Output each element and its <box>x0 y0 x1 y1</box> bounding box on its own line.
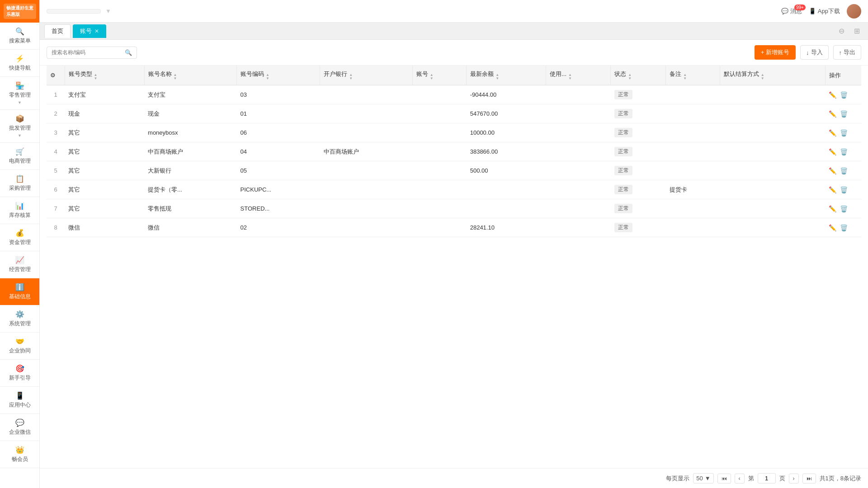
col-usage[interactable]: 使用...▲▼ <box>546 66 611 85</box>
table-row: 6 其它 提货卡（零... PICKUPC... 正常 提货卡 ✏️ 🗑️ <box>47 180 861 199</box>
message-button[interactable]: 💬 消息 99+ <box>781 7 802 15</box>
sidebar-item-inventory[interactable]: 📊 库存核算 <box>0 197 39 224</box>
row-account-type: 其它 <box>65 161 144 180</box>
table-row: 2 现金 现金 01 547670.00 正常 ✏️ 🗑️ <box>47 104 861 123</box>
col-latest-balance[interactable]: 最新余额▲▼ <box>467 66 546 85</box>
sidebar-item-enterprise-agreement[interactable]: 🤝 企业协同 <box>0 333 39 360</box>
delete-icon[interactable]: 🗑️ <box>840 91 848 99</box>
finance-icon: 💰 <box>15 229 24 237</box>
last-page-button[interactable]: ⏭ <box>802 474 816 483</box>
sidebar-item-basic-info[interactable]: ℹ️ 基础信息 <box>0 278 39 305</box>
page-size-select[interactable]: 50 ▼ <box>693 473 713 483</box>
tab-accounts-close[interactable]: ✕ <box>94 28 99 34</box>
table-row: 7 其它 零售抵现 STORED... 正常 ✏️ 🗑️ <box>47 199 861 218</box>
sidebar-item-retail-mgmt[interactable]: 🏪 零售管理 ▼ <box>0 77 39 110</box>
sort-icon-account-name: ▲▼ <box>174 73 177 80</box>
sidebar-item-purchase-mgmt[interactable]: 📋 采购管理 <box>0 170 39 197</box>
app-download-label: App下载 <box>818 7 840 15</box>
col-account-code[interactable]: 账号编码▲▼ <box>237 66 320 85</box>
status-badge: 正常 <box>614 223 632 232</box>
edit-icon[interactable]: ✏️ <box>829 110 836 117</box>
row-actions: ✏️ 🗑️ <box>825 142 861 161</box>
sidebar-item-vip-member[interactable]: 👑 畅会员 <box>0 441 39 468</box>
row-account-code: 06 <box>237 123 320 142</box>
user-avatar[interactable] <box>847 4 861 19</box>
delete-icon[interactable]: 🗑️ <box>840 205 848 212</box>
sidebar: 畅捷通好生意 乐惠版 🔍 搜索菜单 ⚡ 快捷导航 🏪 零售管理 ▼ 📦 批发管理… <box>0 0 40 488</box>
row-remarks <box>666 218 720 237</box>
col-settings[interactable]: ⚙ <box>47 66 65 85</box>
sort-icon-usage: ▲▼ <box>568 73 572 80</box>
action-icons: ✏️ 🗑️ <box>829 205 858 212</box>
app-center-icon: 📱 <box>15 391 24 400</box>
prev-page-button[interactable]: ‹ <box>735 474 745 483</box>
sidebar-item-search-menu[interactable]: 🔍 搜索菜单 <box>0 23 39 50</box>
row-account-name: 零售抵现 <box>144 199 237 218</box>
table-row: 3 其它 moneybosx 06 10000.00 正常 ✏️ 🗑️ <box>47 123 861 142</box>
edit-icon[interactable]: ✏️ <box>829 129 836 136</box>
col-account-type[interactable]: 账号类型▲▼ <box>65 66 144 85</box>
sidebar-item-enterprise-wechat[interactable]: 💬 企业微信 <box>0 414 39 441</box>
enterprise-agreement-icon: 🤝 <box>15 337 24 346</box>
sidebar-item-app-center[interactable]: 📱 应用中心 <box>0 387 39 414</box>
row-account-number <box>412 85 466 104</box>
delete-icon[interactable]: 🗑️ <box>840 148 848 155</box>
col-bank[interactable]: 开户银行▲▼ <box>320 66 413 85</box>
col-remarks[interactable]: 备注▲▼ <box>666 66 720 85</box>
col-status[interactable]: 状态▲▼ <box>611 66 666 85</box>
edit-icon[interactable]: ✏️ <box>829 91 836 99</box>
edit-icon[interactable]: ✏️ <box>829 224 836 231</box>
sidebar-item-beginner-guide[interactable]: 🎯 新手引导 <box>0 360 39 387</box>
top-dropdown-icon[interactable]: ▼ <box>105 8 111 14</box>
col-default-settlement[interactable]: 默认结算方式▲▼ <box>720 66 825 85</box>
row-bank <box>320 85 413 104</box>
delete-icon[interactable]: 🗑️ <box>840 224 848 231</box>
inventory-icon: 📊 <box>15 202 24 210</box>
row-status: 正常 <box>611 123 666 142</box>
sidebar-item-wholesale-mgmt[interactable]: 📦 批发管理 ▼ <box>0 110 39 143</box>
sidebar-item-enterprise-agreement-label: 企业协同 <box>9 347 31 355</box>
edit-icon[interactable]: ✏️ <box>829 167 836 174</box>
row-status: 正常 <box>611 180 666 199</box>
app-download-button[interactable]: 📱 App下载 <box>809 7 840 15</box>
delete-icon[interactable]: 🗑️ <box>840 167 848 174</box>
row-account-type: 支付宝 <box>65 85 144 104</box>
sidebar-item-beginner-guide-label: 新手引导 <box>9 374 31 382</box>
import-button[interactable]: ↓ 导入 <box>800 45 829 60</box>
sidebar-item-quick-nav[interactable]: ⚡ 快捷导航 <box>0 50 39 77</box>
sidebar-item-finance-mgmt[interactable]: 💰 资金管理 <box>0 224 39 251</box>
tab-accounts[interactable]: 账号 ✕ <box>73 24 106 38</box>
sidebar-item-finance-label: 资金管理 <box>9 239 31 246</box>
page-size-value: 50 <box>696 475 703 482</box>
col-account-number[interactable]: 账号▲▼ <box>412 66 466 85</box>
delete-icon[interactable]: 🗑️ <box>840 129 848 136</box>
row-latest-balance <box>467 199 546 218</box>
window-maximize-button[interactable]: ⊞ <box>850 25 863 37</box>
delete-icon[interactable]: 🗑️ <box>840 186 848 193</box>
top-search-box[interactable] <box>47 9 101 14</box>
retail-icon: 🏪 <box>15 81 24 90</box>
delete-icon[interactable]: 🗑️ <box>840 110 848 117</box>
next-page-button[interactable]: › <box>789 474 799 483</box>
row-usage <box>546 161 611 180</box>
add-account-button[interactable]: + 新增账号 <box>755 45 796 60</box>
row-actions: ✏️ 🗑️ <box>825 161 861 180</box>
basic-info-icon: ℹ️ <box>15 283 24 291</box>
tab-home[interactable]: 首页 <box>44 24 71 38</box>
sidebar-item-system-mgmt[interactable]: ⚙️ 系统管理 <box>0 305 39 333</box>
edit-icon[interactable]: ✏️ <box>829 148 836 155</box>
sidebar-item-ecommerce-mgmt[interactable]: 🛒 电商管理 <box>0 143 39 170</box>
edit-icon[interactable]: ✏️ <box>829 205 836 212</box>
first-page-button[interactable]: ⏮ <box>717 474 731 483</box>
row-usage <box>546 199 611 218</box>
search-input[interactable] <box>52 49 123 56</box>
window-minimize-button[interactable]: ⊖ <box>835 25 848 37</box>
row-bank <box>320 161 413 180</box>
sort-icon-status: ▲▼ <box>628 73 632 80</box>
col-account-name[interactable]: 账号名称▲▼ <box>144 66 237 85</box>
edit-icon[interactable]: ✏️ <box>829 186 836 193</box>
page-number-input[interactable] <box>758 473 776 483</box>
search-box[interactable]: 🔍 <box>47 47 137 59</box>
sidebar-item-operations-mgmt[interactable]: 📈 经营管理 <box>0 251 39 278</box>
export-button[interactable]: ↑ 导出 <box>833 45 862 60</box>
